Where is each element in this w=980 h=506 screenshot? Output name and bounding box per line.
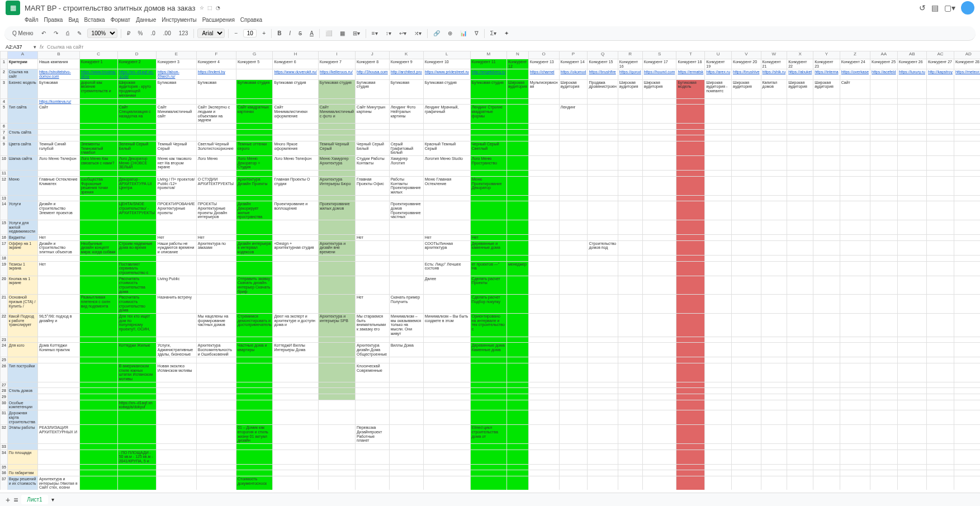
cell[interactable] xyxy=(676,220,705,235)
cell[interactable] xyxy=(954,450,980,464)
cell[interactable]: Широкая аудитория xyxy=(732,79,761,98)
cell[interactable] xyxy=(117,357,156,363)
cell[interactable] xyxy=(559,156,588,171)
cell[interactable] xyxy=(732,195,761,201)
cell[interactable] xyxy=(732,141,761,156)
cell[interactable] xyxy=(761,410,787,425)
cell[interactable] xyxy=(356,400,390,410)
cell[interactable] xyxy=(588,394,618,400)
cell[interactable]: Сайт Специализация с назадотка на xyxy=(117,105,156,124)
col-header[interactable]: T xyxy=(676,51,705,59)
cell[interactable] xyxy=(927,79,954,98)
header-cell[interactable]: Конкурент 21 xyxy=(761,59,787,69)
cell[interactable]: Нет xyxy=(356,235,390,241)
cell[interactable] xyxy=(897,276,926,295)
cell[interactable] xyxy=(356,201,390,220)
cell[interactable] xyxy=(927,476,954,490)
cell[interactable] xyxy=(676,98,705,105)
cell[interactable] xyxy=(813,235,840,241)
cell[interactable] xyxy=(732,394,761,400)
cell[interactable] xyxy=(470,135,506,141)
sheets-logo[interactable]: ▦ xyxy=(6,1,20,15)
cell[interactable] xyxy=(528,129,559,135)
cell[interactable] xyxy=(954,171,980,177)
header-cell[interactable]: Наша кампания xyxy=(37,59,79,69)
cell[interactable] xyxy=(37,410,79,425)
cell[interactable]: Какой Подход к работе транслирует xyxy=(7,314,37,337)
cell[interactable] xyxy=(705,410,732,425)
cell[interactable] xyxy=(954,98,980,105)
cell[interactable] xyxy=(676,337,705,343)
cell[interactable] xyxy=(507,314,529,337)
cell[interactable]: Ссылка на сайт xyxy=(7,69,37,79)
cell[interactable] xyxy=(676,450,705,464)
cell[interactable] xyxy=(423,476,470,490)
cell[interactable] xyxy=(356,394,390,400)
cell[interactable] xyxy=(389,129,423,135)
cell[interactable] xyxy=(761,141,787,156)
cell[interactable] xyxy=(676,201,705,220)
cell[interactable] xyxy=(642,388,676,394)
cell[interactable] xyxy=(79,261,117,276)
cell[interactable] xyxy=(787,476,813,490)
cell[interactable] xyxy=(954,314,980,337)
cell[interactable] xyxy=(676,135,705,141)
menu-Формат[interactable]: Формат xyxy=(111,17,131,23)
col-header[interactable]: N xyxy=(507,51,529,59)
cell[interactable]: Сайт Минималистичеки оформление xyxy=(273,105,318,124)
cell[interactable] xyxy=(732,464,761,470)
cell[interactable]: Этапы работы xyxy=(7,425,37,444)
cell[interactable] xyxy=(273,295,318,314)
cell[interactable] xyxy=(705,314,732,337)
cell[interactable] xyxy=(787,156,813,171)
col-header[interactable]: F xyxy=(196,51,236,59)
col-header[interactable]: K xyxy=(389,51,423,59)
cell[interactable] xyxy=(423,98,470,105)
cell[interactable] xyxy=(927,176,954,195)
cell[interactable] xyxy=(705,464,732,470)
name-box[interactable] xyxy=(6,44,34,50)
halign-icon[interactable]: ≡▾ xyxy=(370,29,380,37)
header-cell[interactable]: Конкурент 12 xyxy=(507,59,529,69)
cell[interactable] xyxy=(79,195,117,201)
cell[interactable]: Тезисы 1 экрана xyxy=(7,261,37,276)
cell[interactable] xyxy=(236,171,272,177)
cell[interactable] xyxy=(642,201,676,220)
cell[interactable]: Бутиковая xyxy=(156,79,196,98)
cell[interactable] xyxy=(507,255,529,261)
cell[interactable] xyxy=(870,276,898,295)
cell[interactable] xyxy=(676,295,705,314)
cell[interactable] xyxy=(813,394,840,400)
cell[interactable] xyxy=(559,261,588,276)
cell[interactable] xyxy=(507,337,529,343)
cell[interactable] xyxy=(156,357,196,363)
col-header[interactable]: W xyxy=(761,51,787,59)
cell[interactable] xyxy=(954,470,980,476)
cell[interactable]: Еlined цикл строительства дома от xyxy=(470,425,506,444)
cell[interactable] xyxy=(761,105,787,124)
cell[interactable] xyxy=(196,129,236,135)
cell[interactable] xyxy=(528,135,559,141)
header-cell[interactable]: Конкурент 16 xyxy=(618,59,642,69)
cell[interactable] xyxy=(507,176,529,195)
cell[interactable]: Бутиковая xyxy=(389,79,423,98)
cell[interactable]: Для тех кто ищет дом по популярному прое… xyxy=(117,314,156,337)
cell[interactable] xyxy=(236,363,272,382)
cell[interactable] xyxy=(528,220,559,235)
col-header[interactable] xyxy=(1,51,8,59)
cell[interactable] xyxy=(761,382,787,388)
cell[interactable] xyxy=(318,220,355,235)
header-cell[interactable]: Конкурент 7 xyxy=(318,59,355,69)
cell[interactable] xyxy=(559,450,588,464)
cell[interactable] xyxy=(705,357,732,363)
cell[interactable] xyxy=(813,195,840,201)
cell[interactable] xyxy=(897,443,926,450)
cell[interactable] xyxy=(676,156,705,171)
cell[interactable] xyxy=(732,476,761,490)
cell[interactable] xyxy=(642,337,676,343)
cell[interactable] xyxy=(236,195,272,201)
cell[interactable]: - ПО ПЛОЩАДИ - 50 кв.м - 125 кв.м - 2041… xyxy=(117,450,156,464)
cell[interactable] xyxy=(196,276,236,295)
cell[interactable]: https://arex.ru xyxy=(705,69,732,79)
cell[interactable] xyxy=(507,220,529,235)
